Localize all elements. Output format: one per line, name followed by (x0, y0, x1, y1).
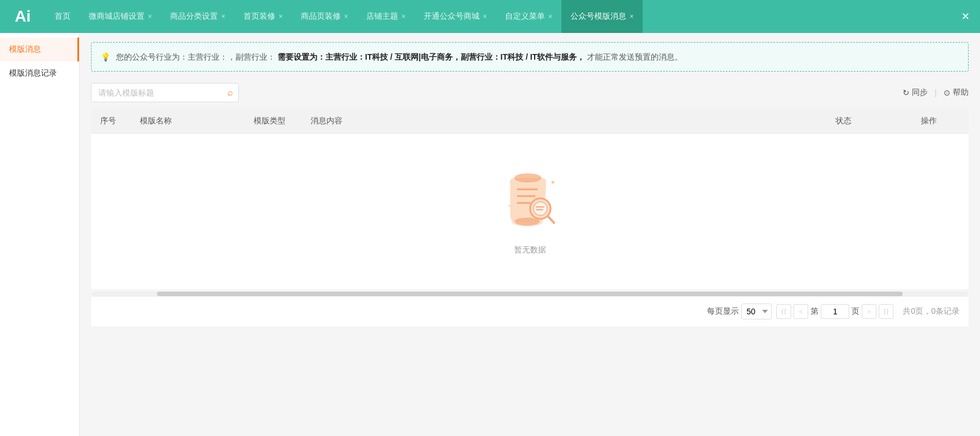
empty-row: ✦ ✦ 暂无数据 (91, 134, 969, 290)
content-area: 💡 您的公众号行业为：主营行业：，副营行业： 需要设置为：主营行业：IT科技 /… (80, 33, 980, 436)
sidebar-item-template-msg[interactable]: 模版消息 (0, 38, 79, 61)
total-info: 共0页，0条记录 (903, 306, 960, 317)
top-nav: Ai 首页 微商城店铺设置 × 商品分类设置 × 首页装修 × 商品页装修 × … (0, 0, 980, 33)
col-action: 操作 (912, 109, 969, 134)
page-nav: ⟨⟨ ＜ 第 1 页 ＞ ⟩⟩ (776, 304, 894, 319)
sync-icon: ↻ (903, 88, 909, 97)
first-page-button[interactable]: ⟨⟨ (776, 304, 791, 319)
tab-category-settings[interactable]: 商品分类设置 × (161, 0, 234, 33)
close-icon[interactable]: × (148, 13, 152, 20)
close-icon[interactable]: × (221, 13, 225, 20)
search-input[interactable] (91, 83, 239, 102)
close-icon[interactable]: × (402, 13, 406, 20)
tab-custom-menu[interactable]: 自定义菜单 × (496, 0, 561, 33)
col-name: 模版名称 (131, 109, 245, 134)
main-layout: 模版消息 模版消息记录 💡 您的公众号行业为：主营行业：，副营行业： 需要设置为… (0, 33, 980, 436)
svg-point-7 (534, 202, 547, 215)
page-size-select: 每页显示 10 20 50 100 (707, 304, 772, 319)
empty-icon: ✦ ✦ (496, 168, 564, 236)
page-number-input[interactable]: 1 (821, 304, 849, 319)
close-icon[interactable]: × (630, 13, 634, 20)
svg-line-8 (548, 216, 554, 223)
tab-store-settings[interactable]: 微商城店铺设置 × (80, 0, 161, 33)
scrollbar-thumb[interactable] (157, 292, 903, 296)
scrollbar-track[interactable] (91, 292, 969, 296)
search-input-wrap: ⌕ (91, 83, 239, 102)
pagination: 每页显示 10 20 50 100 ⟨⟨ ＜ 第 1 页 ＞ ⟩⟩ 共 (91, 296, 969, 326)
close-icon[interactable]: × (483, 13, 487, 20)
tab-store-theme[interactable]: 店铺主题 × (357, 0, 415, 33)
search-icon[interactable]: ⌕ (228, 88, 233, 98)
close-icon[interactable]: × (279, 13, 283, 20)
notice-box: 💡 您的公众号行业为：主营行业：，副营行业： 需要设置为：主营行业：IT科技 /… (91, 42, 969, 72)
close-icon[interactable]: × (548, 13, 552, 20)
table-header: 序号 模版名称 模版类型 消息内容 状态 操作 (91, 109, 969, 134)
tab-template-msg[interactable]: 公众号模版消息 × (561, 0, 643, 33)
divider: | (934, 88, 937, 97)
page-input: 第 1 页 (811, 304, 859, 319)
col-status: 状态 (826, 109, 912, 134)
empty-text: 暂无数据 (514, 245, 546, 255)
help-icon: ⊙ (944, 88, 950, 97)
toolbar-right: ↻ 同步 | ⊙ 帮助 (903, 88, 969, 98)
col-index: 序号 (91, 109, 131, 134)
svg-point-1 (514, 173, 541, 182)
scrollbar-area (91, 292, 969, 296)
svg-point-2 (515, 218, 540, 226)
tab-home-decoration[interactable]: 首页装修 × (234, 0, 292, 33)
global-close-button[interactable]: ✕ (957, 8, 974, 25)
svg-text:✦: ✦ (507, 204, 511, 209)
tab-product-decoration[interactable]: 商品页装修 × (292, 0, 357, 33)
data-table: 序号 模版名称 模版类型 消息内容 状态 操作 (91, 109, 969, 289)
page-size-dropdown[interactable]: 10 20 50 100 (741, 304, 772, 319)
next-page-button[interactable]: ＞ (862, 304, 876, 319)
sidebar-item-template-msg-record[interactable]: 模版消息记录 (0, 61, 79, 85)
table-header-row: 序号 模版名称 模版类型 消息内容 状态 操作 (91, 109, 969, 134)
app-logo: Ai (6, 7, 40, 26)
prev-page-button[interactable]: ＜ (793, 304, 808, 319)
svg-text:✦: ✦ (550, 178, 556, 186)
search-bar: ⌕ ↻ 同步 | ⊙ 帮助 (91, 83, 969, 102)
help-button[interactable]: ⊙ 帮助 (944, 88, 969, 98)
tab-open-mall[interactable]: 开通公众号商城 × (415, 0, 496, 33)
close-icon[interactable]: × (344, 13, 348, 20)
col-content: 消息内容 (301, 109, 826, 134)
sidebar: 模版消息 模版消息记录 (0, 33, 80, 436)
tab-home[interactable]: 首页 (46, 0, 80, 33)
sync-button[interactable]: ↻ 同步 (903, 88, 928, 98)
col-type: 模版类型 (245, 109, 301, 134)
table-body: ✦ ✦ 暂无数据 (91, 134, 969, 290)
empty-state: ✦ ✦ 暂无数据 (91, 134, 969, 289)
last-page-button[interactable]: ⟩⟩ (879, 304, 894, 319)
notice-icon: 💡 (101, 52, 110, 61)
